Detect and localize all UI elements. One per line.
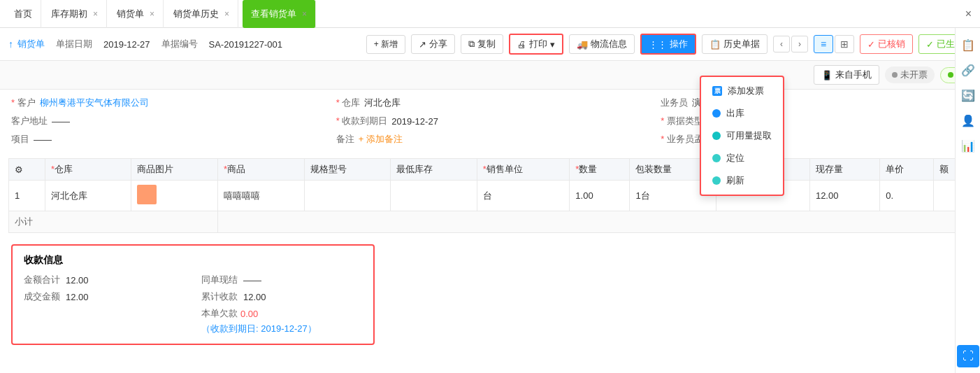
- refresh-item[interactable]: 刷新: [701, 169, 783, 192]
- tab-sales-history[interactable]: 销货单历史 ×: [165, 0, 238, 28]
- col-current-stock: 现存量: [809, 159, 879, 181]
- deal-amount-label: 成交金额: [24, 290, 60, 303]
- operate-button[interactable]: ⋮⋮ 操作: [640, 34, 696, 55]
- add-note-button[interactable]: + 添加备注: [359, 133, 403, 146]
- col-settings[interactable]: ⚙: [9, 159, 45, 181]
- amount-total-item: 金额合计 12.00: [24, 274, 185, 286]
- nav-arrows: ‹ ›: [773, 36, 808, 52]
- history-button[interactable]: 📋 历史单据: [702, 34, 768, 54]
- bottom-section: 收款信息 金额合计 12.00 同单现结 —— 成交金额 12.00 累计收款 …: [0, 236, 980, 353]
- share-button[interactable]: ↗ 分享: [411, 34, 455, 54]
- tab-sales-order-label: 销货单: [117, 8, 144, 20]
- deal-amount-value: 12.00: [66, 292, 89, 302]
- logistics-icon: 🚚: [577, 39, 588, 50]
- tab-sales-order[interactable]: 销货单 ×: [108, 0, 164, 28]
- main-content: ↑ 销货单 单据日期 2019-12-27 单据编号 SA-20191227-0…: [0, 28, 980, 373]
- subtotal-row: 小计: [9, 211, 972, 233]
- from-phone-button[interactable]: 📱 来自手机: [814, 65, 879, 85]
- tab-bar: 首页 库存期初 × 销货单 × 销货单历史 × 查看销货单 × ×: [0, 0, 980, 28]
- open-ticket-label: 未开票: [900, 69, 928, 81]
- tab-sales-order-close[interactable]: ×: [150, 9, 154, 19]
- project-label: 项目: [11, 133, 29, 146]
- tab-home[interactable]: 首页: [6, 0, 41, 28]
- locate-item[interactable]: 定位: [701, 147, 783, 169]
- circle-icon: [892, 72, 898, 78]
- col-unit: *销售单位: [477, 159, 570, 181]
- ticket-label: * 票据类型: [661, 115, 703, 127]
- doc-number-value: SA-20191227-001: [209, 39, 283, 50]
- list-view-button[interactable]: ≡: [814, 35, 833, 53]
- locate-label: 定位: [726, 152, 744, 164]
- doc-number-label: 单据编号: [161, 38, 198, 50]
- check-icon-cancelled: ✓: [867, 39, 875, 50]
- print-icon: 🖨: [517, 39, 526, 50]
- warehouse-value: 河北仓库: [364, 97, 401, 109]
- check-circle-icon: [948, 72, 953, 78]
- col-product: *商品: [218, 159, 305, 181]
- add-invoice-item[interactable]: 票 添加发票: [701, 80, 783, 102]
- toolbar-actions: + 新增 ↗ 分享 ⧉ 复制 🖨 打印 ▾ 🚚 物流信息 ⋮⋮ 操作: [366, 34, 972, 55]
- sidebar-notes-icon[interactable]: 📋: [957, 34, 979, 56]
- new-button[interactable]: + 新增: [366, 35, 405, 54]
- form-row-1: * 客户 柳州粤港平安气体有限公司 * 仓库 河北仓库 业务员 演示账号: [11, 97, 969, 109]
- share-icon: ↗: [419, 39, 426, 50]
- available-extract-item[interactable]: 可用量提取: [701, 125, 783, 147]
- row-unit: 台: [477, 181, 570, 211]
- refresh-label: 刷新: [726, 174, 744, 187]
- phone-icon: 📱: [821, 70, 833, 80]
- cumulative-payment-value: 12.00: [243, 292, 266, 302]
- customer-value[interactable]: 柳州粤港平安气体有限公司: [40, 97, 149, 109]
- col-price: 单价: [880, 159, 934, 181]
- form-section: * 客户 柳州粤港平安气体有限公司 * 仓库 河北仓库 业务员 演示账号 客户地…: [0, 90, 980, 158]
- address-value: ——: [52, 116, 70, 127]
- toolbar-row2: 📱 来自手机 未开票 ✓: [0, 61, 980, 90]
- sidebar-link-icon[interactable]: 🔗: [957, 59, 979, 81]
- subtotal-values: [218, 211, 972, 233]
- cancelled-label: 已核销: [878, 38, 905, 50]
- note-field: 备注 + 添加备注: [336, 133, 644, 146]
- row-product-img: [131, 181, 218, 211]
- address-label: 客户地址: [11, 115, 48, 127]
- doc-date-value: 2019-12-27: [103, 39, 150, 50]
- logistics-button[interactable]: 🚚 物流信息: [569, 34, 635, 54]
- share-label: 分享: [429, 38, 447, 50]
- copy-button[interactable]: ⧉ 复制: [461, 34, 503, 54]
- grid-view-button[interactable]: ⊞: [835, 35, 854, 53]
- sidebar-refresh-icon[interactable]: 🔄: [957, 84, 979, 106]
- tab-sales-history-close[interactable]: ×: [224, 9, 229, 19]
- outbound-item[interactable]: 出库: [701, 102, 783, 125]
- row-current-stock: 12.00: [809, 181, 879, 211]
- sidebar-chart-icon[interactable]: 📊: [957, 134, 979, 157]
- open-ticket-tag[interactable]: 未开票: [885, 66, 935, 83]
- customer-field: * 客户 柳州粤港平安气体有限公司: [11, 97, 319, 109]
- prev-arrow[interactable]: ‹: [773, 36, 790, 52]
- tab-view-sales-label: 查看销货单: [251, 8, 296, 20]
- window-close-button[interactable]: ×: [965, 8, 972, 20]
- same-order-value: ——: [243, 275, 261, 286]
- print-button[interactable]: 🖨 打印 ▾: [509, 34, 563, 55]
- due-date-label: * 收款到期日: [336, 115, 388, 127]
- copy-icon: ⧉: [468, 38, 475, 50]
- operation-dropdown: 票 添加发票 出库 可用量提取 定位 刷新: [700, 76, 784, 196]
- row-price: 0.: [880, 181, 934, 211]
- tab-view-sales[interactable]: 查看销货单 ×: [243, 0, 316, 28]
- available-icon: [712, 132, 721, 140]
- refresh-icon: [712, 176, 721, 185]
- next-arrow[interactable]: ›: [791, 36, 808, 52]
- warehouse-label: * 仓库: [336, 97, 361, 109]
- print-chevron: ▾: [550, 39, 555, 50]
- project-field: 项目 ——: [11, 133, 319, 146]
- sidebar-expand-icon[interactable]: ⛶: [957, 345, 979, 367]
- operate-label: 操作: [670, 38, 688, 50]
- history-label: 历史单据: [723, 38, 760, 50]
- sidebar-user-icon[interactable]: 👤: [957, 109, 979, 132]
- tab-inventory-init-close[interactable]: ×: [93, 9, 98, 19]
- payment-title: 收款信息: [24, 254, 362, 267]
- cancelled-button[interactable]: ✓ 已核销: [860, 34, 913, 54]
- project-value: ——: [34, 134, 52, 145]
- note-label: 备注: [336, 133, 354, 146]
- subtotal-label: 小计: [9, 211, 218, 233]
- tab-view-sales-close[interactable]: ×: [302, 9, 307, 19]
- tab-inventory-init[interactable]: 库存期初 ×: [43, 0, 107, 28]
- customer-label: * 客户: [11, 97, 36, 109]
